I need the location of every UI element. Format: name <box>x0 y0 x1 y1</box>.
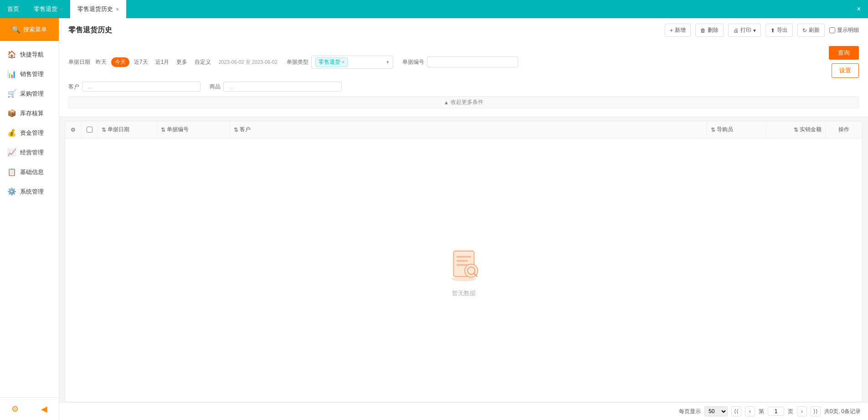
print-icon: 🖨 <box>733 27 739 34</box>
date-btn-7days[interactable]: 近7天 <box>131 57 151 67</box>
tab-home[interactable]: 首页 <box>0 0 26 18</box>
empty-state: 暂无数据 <box>65 138 862 402</box>
svg-rect-3 <box>456 260 467 262</box>
table-section: ⚙ ⇅ 单据日期 ⇅ 单据编号 ⇅ 客户 ⇅ <box>65 121 863 402</box>
total-text: 共0页, 0条记录 <box>824 408 861 415</box>
basic-info-icon: 📋 <box>7 168 16 176</box>
show-detail-label: 显示明细 <box>837 26 859 34</box>
show-detail-wrap: 显示明细 <box>829 26 859 34</box>
th-customer[interactable]: ⇅ 客户 <box>230 121 707 138</box>
th-docno[interactable]: ⇅ 单据编号 <box>157 121 230 138</box>
show-detail-checkbox[interactable] <box>829 27 835 33</box>
page-number-input[interactable] <box>768 407 784 416</box>
sidebar-item-inventory[interactable]: 📦 库存核算 <box>0 103 59 123</box>
collapse-sidebar-icon[interactable]: ◀ <box>41 404 47 414</box>
page-prev-button[interactable]: ‹ <box>745 406 755 416</box>
th-amount[interactable]: ⇅ 实销金额 <box>766 121 826 138</box>
print-button[interactable]: 🖨 打印 ▾ <box>728 24 761 37</box>
tab-retail-return[interactable]: 零售退货 × <box>26 0 70 18</box>
purchase-mgmt-icon: 🛒 <box>7 89 16 98</box>
doc-type-arrow-icon: ▾ <box>386 59 389 65</box>
settings-button[interactable]: 设置 <box>832 63 859 78</box>
page-next-button[interactable]: › <box>797 406 807 416</box>
query-button[interactable]: 查询 <box>829 46 859 60</box>
sidebar-item-basic-info[interactable]: 📋 基础信息 <box>0 162 59 182</box>
th-guide-label: 导购员 <box>717 126 733 133</box>
sidebar-search[interactable]: 🔍 搜索菜单 <box>0 18 59 41</box>
sidebar-item-operations[interactable]: 📈 经营管理 <box>0 143 59 162</box>
sidebar-bottom: ⚙ ◀ <box>0 397 59 420</box>
delete-button[interactable]: 🗑 删除 <box>695 24 724 37</box>
settings-bottom-icon[interactable]: ⚙ <box>11 404 19 414</box>
tab-retail-return-history-label: 零售退货历史 <box>77 5 113 13</box>
doc-no-input[interactable] <box>427 56 518 67</box>
tab-retail-return-history[interactable]: 零售退货历史 × <box>70 0 126 18</box>
empty-text: 暂无数据 <box>452 289 476 297</box>
th-docno-label: 单据编号 <box>167 126 189 133</box>
sidebar-item-finance[interactable]: 💰 资金管理 <box>0 123 59 143</box>
sort-icon-customer: ⇅ <box>234 127 238 133</box>
customer-filter-item: 客户 ... <box>68 82 200 92</box>
collapse-button[interactable]: ▲ 收起更多条件 <box>68 96 859 108</box>
add-button[interactable]: + 新增 <box>665 24 691 37</box>
date-btn-custom[interactable]: 自定义 <box>192 57 214 67</box>
th-checkbox[interactable] <box>82 121 98 138</box>
sidebar-item-purchase-mgmt[interactable]: 🛒 采购管理 <box>0 84 59 103</box>
doc-no-label: 单据编号 <box>402 58 424 66</box>
doc-type-tag-text: 零售退货 <box>318 58 340 66</box>
sort-icon-docno: ⇅ <box>161 127 165 133</box>
refresh-icon: ↻ <box>802 27 807 34</box>
tab-home-label: 首页 <box>7 5 19 13</box>
refresh-button[interactable]: ↻ 刷新 <box>797 24 825 37</box>
page-last-button[interactable]: ⟩⟩ <box>811 406 821 416</box>
content-header-top: 零售退货历史 + 新增 🗑 删除 🖨 打印 ▾ <box>68 24 859 37</box>
sidebar-search-label: 搜索菜单 <box>23 26 47 34</box>
date-btn-more[interactable]: 更多 <box>174 57 190 67</box>
goods-filter-item: 商品 ... <box>210 82 342 92</box>
refresh-label: 刷新 <box>809 26 820 34</box>
th-guide[interactable]: ⇅ 导购员 <box>707 121 766 138</box>
select-all-checkbox[interactable] <box>87 127 92 133</box>
date-filter-label: 单据日期 <box>68 58 90 66</box>
sidebar-item-quick-nav[interactable]: 🏠 快捷导航 <box>0 45 59 64</box>
th-ops-label: 操作 <box>838 126 849 133</box>
print-arrow-icon: ▾ <box>753 27 756 34</box>
customer-label: 客户 <box>68 83 79 91</box>
collapse-up-icon: ▲ <box>444 99 449 106</box>
th-settings[interactable]: ⚙ <box>65 121 82 138</box>
delete-label: 删除 <box>708 26 719 34</box>
page-size-label: 每页显示 <box>679 408 701 415</box>
doc-type-label: 单据类型 <box>287 58 308 66</box>
system-mgmt-icon: ⚙️ <box>7 187 16 196</box>
sort-icon-guide: ⇅ <box>711 127 715 133</box>
th-customer-label: 客户 <box>240 126 251 133</box>
customer-placeholder: ... <box>88 83 92 90</box>
svg-rect-2 <box>456 256 471 258</box>
sidebar-item-sales-mgmt[interactable]: 📊 销售管理 <box>0 64 59 84</box>
goods-select[interactable]: ... <box>223 82 342 92</box>
th-amount-label: 实销金额 <box>800 126 822 133</box>
page-first-button[interactable]: ⟨⟨ <box>731 406 741 416</box>
tab-retail-return-history-close[interactable]: × <box>116 6 118 12</box>
export-button[interactable]: ⬆ 导出 <box>765 24 793 37</box>
th-date-label: 单据日期 <box>108 126 129 133</box>
filter-row-1: 单据日期 昨天 今天 近7天 近1月 更多 自定义 2023-06-02 至 2… <box>68 46 859 78</box>
quick-nav-icon: 🏠 <box>7 50 16 59</box>
add-label: 新增 <box>675 26 686 34</box>
window-close-button[interactable]: × <box>850 0 868 18</box>
customer-select[interactable]: ... <box>82 82 200 92</box>
date-btn-today[interactable]: 今天 <box>111 57 129 67</box>
th-date[interactable]: ⇅ 单据日期 <box>98 121 157 138</box>
table-header: ⚙ ⇅ 单据日期 ⇅ 单据编号 ⇅ 客户 ⇅ <box>65 121 862 138</box>
doc-type-select[interactable]: 零售退货 × ▾ <box>311 56 393 69</box>
search-icon: 🔍 <box>12 26 21 34</box>
sidebar-item-system-mgmt[interactable]: ⚙️ 系统管理 <box>0 182 59 201</box>
tab-retail-return-close[interactable]: × <box>60 6 63 12</box>
goods-placeholder: ... <box>229 83 234 90</box>
date-btn-1month[interactable]: 近1月 <box>153 57 172 67</box>
sidebar-item-sales-mgmt-label: 销售管理 <box>20 70 44 78</box>
page-size-select[interactable]: 50 10 20 100 <box>704 406 728 416</box>
doc-type-tag-close[interactable]: × <box>342 59 344 65</box>
sort-icon-amount: ⇅ <box>794 127 798 133</box>
date-btn-yesterday[interactable]: 昨天 <box>93 57 109 67</box>
